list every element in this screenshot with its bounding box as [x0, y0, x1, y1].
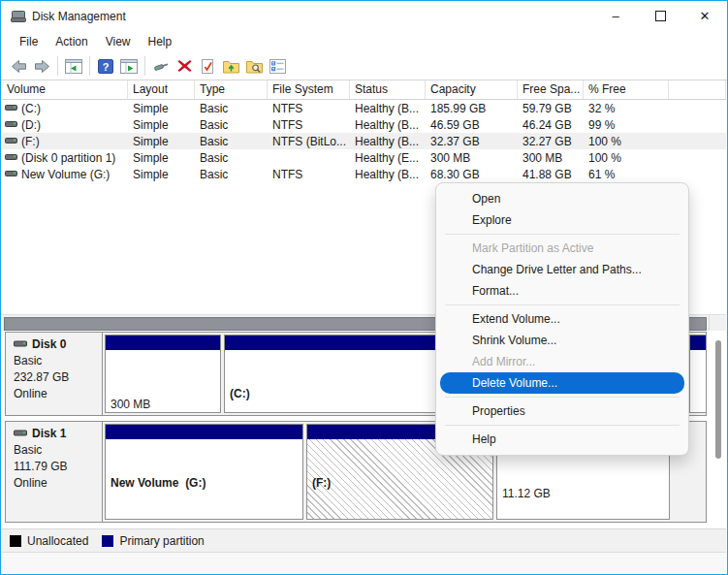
unallocated-swatch [10, 535, 21, 547]
menu-item-shrink-volume[interactable]: Shrink Volume... [436, 330, 688, 351]
disk-1-header[interactable]: Disk 1 Basic 111.79 GB Online [5, 421, 107, 523]
cell-pct: 32 % [584, 102, 669, 115]
close-button[interactable]: ✕ [682, 1, 727, 31]
vertical-scrollbar-thumb[interactable] [715, 340, 721, 459]
toolbar: ? [1, 52, 727, 80]
open-folder-icon[interactable] [219, 54, 242, 78]
column-header-status[interactable]: Status [350, 80, 426, 99]
legend-primary-partition: Primary partition [102, 534, 204, 548]
title-bar: Disk Management – ✕ [1, 1, 727, 31]
help-icon[interactable]: ? [94, 54, 117, 78]
column-header-empty [669, 80, 726, 99]
menu-item-delete-volume[interactable]: Delete Volume... [440, 372, 684, 394]
disk-size: 232.87 GB [14, 369, 106, 386]
minimize-button[interactable]: – [593, 1, 638, 31]
table-row-c[interactable]: (C:) Simple Basic NTFS Healthy (B... 185… [2, 100, 726, 116]
cell-fs: NTFS (BitLo... [268, 135, 350, 148]
cell-type: Basic [195, 118, 268, 132]
cell-type: Basic [195, 168, 268, 181]
legend-label: Primary partition [119, 534, 204, 548]
menu-item-extend-volume[interactable]: Extend Volume... [436, 308, 688, 330]
cell-fs: NTFS [268, 168, 350, 181]
drive-icon [5, 102, 17, 115]
column-header-layout[interactable]: Layout [128, 80, 195, 99]
mark-partition-active-icon[interactable] [196, 54, 219, 78]
menu-file[interactable]: File [11, 33, 47, 50]
wand-icon[interactable] [149, 54, 173, 78]
show-console-tree-icon[interactable] [62, 54, 85, 78]
partition-context-menu: Open Explore Mark Partition as Active Ch… [435, 182, 689, 456]
table-row-disk0-partition1[interactable]: (Disk 0 partition 1) Simple Basic Health… [2, 149, 726, 166]
menu-separator [445, 397, 680, 398]
disk-management-window: Disk Management – ✕ File Action View Hel… [0, 0, 728, 575]
menu-view[interactable]: View [97, 33, 140, 50]
cell-type: Basic [195, 151, 268, 165]
partition-d-clipped[interactable] [689, 335, 707, 413]
disk-name: Disk 1 [32, 426, 66, 442]
menu-help[interactable]: Help [140, 33, 181, 50]
cell-capacity: 68.30 GB [426, 168, 518, 181]
disk-0-header[interactable]: Disk 0 Basic 232.87 GB Online [5, 332, 107, 416]
menu-separator [445, 425, 680, 426]
menu-bar: File Action View Help [1, 31, 727, 52]
menu-item-format[interactable]: Format... [436, 280, 688, 302]
drive-icon [5, 118, 17, 132]
explore-folder-icon[interactable] [242, 54, 266, 78]
column-header-volume[interactable]: Volume [2, 80, 128, 99]
toolbar-separator [144, 56, 145, 76]
menu-item-explore[interactable]: Explore [436, 209, 688, 231]
menu-action[interactable]: Action [47, 33, 96, 50]
show-action-pane-icon[interactable] [117, 54, 141, 78]
partition-g[interactable]: New Volume (G:) 68.30 GB NTFS Healthy (B… [105, 424, 303, 520]
back-icon[interactable] [7, 54, 30, 78]
disk-type: Basic [14, 353, 106, 369]
table-row-d[interactable]: (D:) Simple Basic NTFS Healthy (B... 46.… [2, 116, 726, 133]
cell-pct: 100 % [584, 135, 669, 148]
menu-item-mark-partition-active: Mark Partition as Active [436, 238, 688, 259]
legend-bar: Unallocated Primary partition [2, 528, 726, 553]
partition-size: 11.12 GB [502, 486, 667, 501]
cell-type: Basic [195, 135, 268, 148]
column-header-file-system[interactable]: File System [268, 80, 350, 99]
cell-pct: 99 % [584, 118, 669, 132]
primary-partition-swatch [102, 535, 113, 547]
menu-item-properties[interactable]: Properties [436, 400, 688, 422]
cell-free: 32.27 GB [518, 135, 584, 148]
disk-drive-icon [14, 426, 27, 442]
disk-status: Online [14, 386, 106, 402]
partition-efi[interactable]: 300 MB Healthy (EFI System [105, 335, 221, 413]
cell-type: Basic [195, 102, 268, 115]
drive-icon [5, 168, 17, 181]
cell-free: 59.79 GB [518, 102, 584, 115]
menu-item-change-drive-letter[interactable]: Change Drive Letter and Paths... [436, 259, 688, 280]
column-header-free-space[interactable]: Free Spa... [518, 80, 584, 99]
column-header-pct-free[interactable]: % Free [584, 80, 669, 99]
maximize-button[interactable] [638, 1, 682, 31]
cell-status: Healthy (B... [350, 168, 426, 181]
table-row-g[interactable]: New Volume (G:) Simple Basic NTFS Health… [2, 166, 726, 182]
table-row-f-selected[interactable]: (F:) Simple Basic NTFS (BitLo... Healthy… [2, 133, 726, 149]
cell-volume: New Volume (G:) [21, 168, 110, 181]
cell-layout: Simple [128, 102, 195, 115]
cell-status: Healthy (E... [350, 151, 426, 165]
disk-drive-icon [11, 11, 26, 22]
properties-list-icon[interactable] [266, 54, 289, 78]
menu-item-open[interactable]: Open [436, 188, 688, 209]
toolbar-separator [57, 56, 58, 76]
primary-partition-bar [106, 425, 302, 439]
forward-icon[interactable] [30, 54, 53, 78]
cell-status: Healthy (B... [350, 135, 426, 148]
cell-volume: (C:) [21, 102, 41, 115]
drive-icon [5, 135, 17, 148]
cell-capacity: 300 MB [426, 151, 518, 165]
delete-volume-icon[interactable] [173, 54, 196, 78]
menu-separator [445, 304, 680, 305]
column-header-type[interactable]: Type [195, 80, 268, 99]
column-header-capacity[interactable]: Capacity [426, 80, 518, 99]
menu-item-help[interactable]: Help [436, 429, 688, 450]
toolbar-separator [89, 56, 90, 76]
cell-layout: Simple [128, 151, 195, 165]
legend-label: Unallocated [27, 534, 88, 548]
svg-text:?: ? [103, 60, 110, 72]
menu-item-add-mirror: Add Mirror... [436, 351, 688, 372]
